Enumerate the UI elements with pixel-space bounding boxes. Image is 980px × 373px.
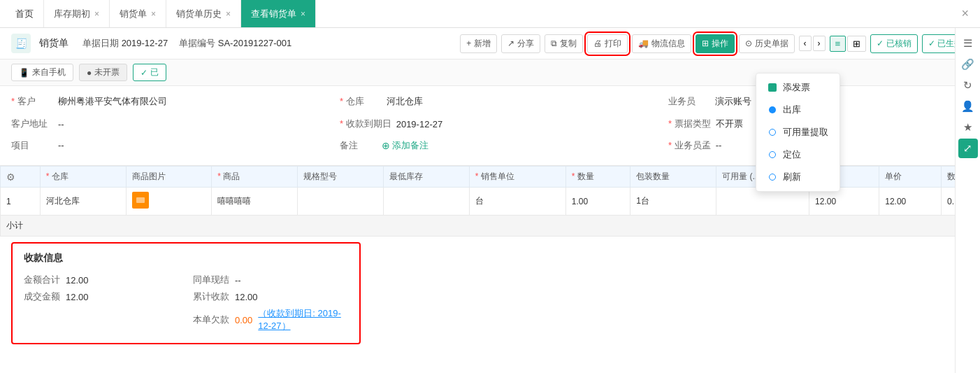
copy-button[interactable]: ⧉ 复制 [545,34,583,53]
cell-unit-price: 12.00 [879,188,942,216]
list-view-button[interactable]: ≡ [830,36,846,52]
tab-view-sales[interactable]: 查看销货单 × [241,0,316,27]
phone-icon: 📱 [19,68,29,78]
from-phone-button[interactable]: 📱 来自手机 [11,64,73,81]
logistics-button[interactable]: 🚚 物流信息 [632,34,691,53]
settings-icon[interactable]: ⚙ [6,171,15,183]
sidebar-list-icon[interactable]: ☰ [958,34,978,53]
warehouse-value: 河北仓库 [382,93,438,110]
operations-button[interactable]: ⊞ 操作 [696,34,735,53]
print-button[interactable]: 🖨 打印 [587,34,628,53]
sidebar-star-icon[interactable]: ★ [958,118,978,137]
address-value: -- [53,117,109,132]
deal-label: 成交金额 [24,290,60,303]
doc-icon: 🧾 [11,34,31,53]
grid-view-button[interactable]: ⊞ [847,36,866,52]
col-unit: 销售单位 [469,167,565,188]
col-unit-price: 单价 [879,167,942,188]
sold-button[interactable]: ✓ 已核销 [870,34,917,53]
customer-value: 柳州粤港平安气体有限公司 [53,93,172,110]
doc-title-area: 🧾 销货单 单据日期 2019-12-27 单据编号 SA-20191227-0… [11,34,291,53]
menu-item-refresh[interactable]: 刷新 [756,166,840,188]
total-label: 金额合计 [24,274,60,286]
confirm-button[interactable]: ✓ 已 [133,64,166,81]
menu-item-locate[interactable]: 定位 [756,143,840,166]
cell-min-stock [383,188,469,216]
tab-bar: 首页 库存期初 × 销货单 × 销货单历史 × 查看销货单 × × [0,0,980,28]
arrears-suffix[interactable]: （收款到期日: 2019-12-27） [258,307,348,332]
project-value: -- [53,138,109,153]
col-warehouse: 仓库 [40,167,126,188]
col-settings: ⚙ [1,167,41,188]
payment-row-same-settle: 同单现结 -- [193,272,348,288]
payment-col-1: 金额合计 12.00 成交金额 12.00 [24,272,179,335]
history-icon: ⊙ [745,38,752,48]
history-button[interactable]: ⊙ 历史单据 [739,34,795,53]
col-package-qty: 包装数量 [630,167,716,188]
close-inventory-tab[interactable]: × [94,9,99,19]
menu-item-outbound[interactable]: 出库 [756,99,840,121]
payment-row-cumulative: 累计收款 12.00 [193,288,348,305]
tab-sales-history[interactable]: 销货单历史 × [166,0,241,27]
locate-label: 定位 [783,148,801,161]
cell-product: 嘻嘻嘻嘻 [212,188,298,216]
available-extract-icon [768,127,777,137]
view-toggle: ≡ ⊞ [830,36,867,52]
menu-item-add-invoice[interactable]: 添发票 [756,76,840,99]
prev-button[interactable]: ‹ [799,36,812,51]
cell-image [126,188,212,216]
ticket-label: 票据类型 [668,118,711,130]
project-field: 项目 -- [11,138,312,153]
print-icon: 🖨 [593,38,602,48]
operations-wrapper: ⊞ 操作 [696,34,735,53]
doc-meta: 单据日期 2019-12-27 单据编号 SA-20191227-001 [82,37,291,50]
sidebar-link-icon[interactable]: 🔗 [958,55,978,74]
table-body: 1 河北仓库 嘻嘻嘻嘻 台 1.00 1台 12.00 12.00 [1,188,980,237]
outbound-label: 出库 [783,104,801,116]
arrears-value: 0.00 [235,315,252,325]
total-value: 12.00 [66,275,89,286]
tab-home[interactable]: 首页 [6,0,44,27]
customer-field: 客户 柳州粤港平安气体有限公司 [11,93,312,110]
salesperson-label: 业务员孟 [668,139,711,152]
payment-row-total: 金额合计 12.00 [24,272,179,288]
share-icon: ↗ [507,38,514,48]
close-all-tabs[interactable]: × [956,6,974,21]
cumulative-label: 累计收款 [193,290,229,303]
col-min-stock: 最低库存 [383,167,469,188]
cell-seq: 1 [1,188,41,216]
tab-inventory[interactable]: 库存期初 × [44,0,110,27]
due-date-field: 收款到期日 2019-12-27 [340,117,640,132]
copy-icon: ⧉ [551,38,557,48]
check-icon: ✓ [140,68,147,78]
share-button[interactable]: ↗ 分享 [501,34,540,53]
same-settle-label: 同单现结 [193,274,229,286]
staff-label: 业务员 [668,95,710,108]
next-button[interactable]: › [813,36,826,51]
close-history-tab[interactable]: × [226,9,231,19]
doc-number: 单据编号 SA-20191227-001 [179,37,291,50]
menu-item-available-extract[interactable]: 可用量提取 [756,121,840,143]
warehouse-field: 仓库 河北仓库 [340,93,640,110]
payment-row-arrears: 本单欠款 0.00 （收款到期日: 2019-12-27） [193,305,348,335]
payment-row-deal: 成交金额 12.00 [24,288,179,305]
sidebar-refresh-icon[interactable]: ↻ [958,76,978,95]
dropdown-menu: 添发票 出库 可用量提取 定位 刷新 [756,73,840,192]
close-sales-tab[interactable]: × [151,9,156,19]
tab-sales[interactable]: 销货单 × [110,0,166,27]
close-view-sales-tab[interactable]: × [301,9,305,19]
toolbar-nav: ‹ › [799,36,826,51]
add-note-button[interactable]: 添加备注 [382,139,428,152]
sidebar-expand-icon[interactable]: ⤢ [958,139,978,158]
sidebar-person-icon[interactable]: 👤 [958,97,978,116]
product-image [132,192,149,209]
sales-order-icon: 🧾 [15,38,27,49]
cell-package-qty: 1台 [630,188,716,216]
new-button[interactable]: + 新增 [460,34,496,53]
note-label: 备注 [340,139,382,152]
address-field: 客户地址 -- [11,117,312,132]
doc-type-label: 销货单 [39,37,69,50]
cell-quantity: 1.00 [565,188,630,216]
unopened-button[interactable]: ● 未开票 [79,64,127,81]
same-settle-value: -- [235,275,241,286]
